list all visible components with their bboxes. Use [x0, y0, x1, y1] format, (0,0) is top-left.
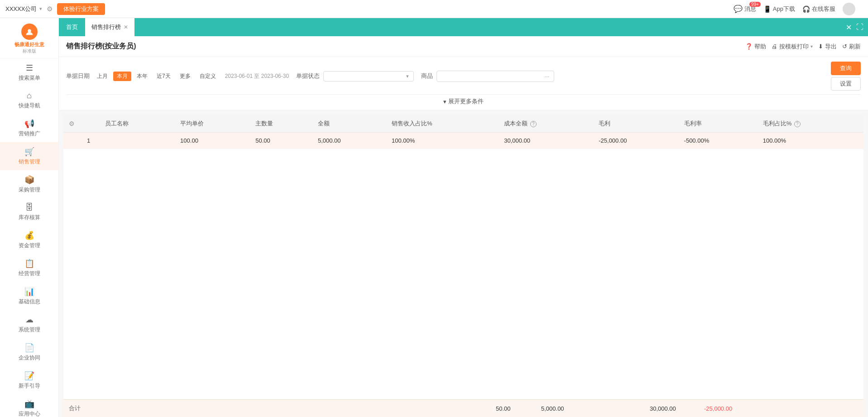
app-download-button[interactable]: 📱 App下载 [763, 5, 795, 13]
trial-button[interactable]: 体验行业方案 [57, 3, 105, 15]
footer-profit: -25,000.00 [704, 405, 749, 412]
tab-sales-ranking[interactable]: 销售排行榜 ✕ [85, 18, 134, 36]
main-area: 首页 销售排行榜 ✕ ✕ ⛶ 销售排行榜(按业务员) ❓ 帮助 [59, 18, 868, 417]
goods-more-icon[interactable]: ··· [544, 73, 549, 80]
col-rank [82, 115, 100, 133]
window-expand-icon[interactable]: ⛶ [856, 23, 863, 31]
sidebar-item-search-orders[interactable]: ☰ 搜索菜单 [0, 58, 58, 86]
sidebar-nav: ☰ 搜索菜单 ⌂ 快捷导航 📢 营销推广 🛒 销售管理 📦 采购管理 🗄 库 [0, 58, 58, 417]
cell-employee [100, 133, 175, 149]
query-button[interactable]: 查询 [831, 62, 861, 75]
company-chevron: ▾ [39, 6, 42, 12]
sidebar-item-basic-info[interactable]: 📊 基础信息 [0, 282, 58, 310]
sidebar-item-operations[interactable]: 📋 经营管理 [0, 254, 58, 282]
sidebar-item-marketing[interactable]: 📢 营销推广 [0, 114, 58, 142]
sidebar-label-guide: 新手引导 [19, 382, 40, 390]
refresh-icon: ↺ [842, 43, 847, 50]
sidebar: 畅康通好生意 标准版 ☰ 搜索菜单 ⌂ 快捷导航 📢 营销推广 🛒 销售管理 📦 [0, 18, 59, 417]
sidebar-item-purchase[interactable]: 📦 采购管理 [0, 170, 58, 198]
date-tab-this-month[interactable]: 本月 [113, 72, 131, 81]
sidebar-label-inventory: 库存核算 [19, 214, 40, 221]
cell-profit: -25,000.00 [593, 133, 678, 149]
status-select[interactable]: ▾ [323, 71, 414, 81]
sidebar-item-finance[interactable]: 💰 资金管理 [0, 226, 58, 254]
footer-label: 合计 [69, 404, 81, 412]
sidebar-item-inventory[interactable]: 🗄 库存核算 [0, 198, 58, 226]
sidebar-item-enterprise-collab[interactable]: 📄 企业协同 [0, 338, 58, 366]
print-label: 按模板打印 [779, 43, 809, 51]
window-close-icon[interactable]: ✕ [846, 23, 852, 32]
date-tab-this-year[interactable]: 本年 [133, 72, 151, 81]
company-selector[interactable]: XXXXX公司 ▾ [5, 5, 42, 13]
tab-close-icon[interactable]: ✕ [124, 24, 128, 30]
search-menu-icon: ☰ [26, 63, 33, 73]
phone-icon: 📱 [763, 5, 771, 13]
message-button[interactable]: 💬 消息 99+ [734, 5, 756, 13]
goods-input[interactable]: ··· [436, 71, 554, 82]
filter-settings-button[interactable]: 设置 [831, 77, 861, 91]
inventory-icon: 🗄 [25, 203, 34, 212]
table-area: ⚙ 员工名称 平均单价 主数量 全额 销售收入占比% 成本全额 ? 毛利 毛利率 [63, 115, 863, 417]
online-service-button[interactable]: 🎧 在线客服 [802, 5, 835, 13]
basic-info-icon: 📊 [24, 287, 34, 297]
operations-icon: 📋 [24, 259, 34, 268]
help-button[interactable]: ❓ 帮助 [745, 43, 766, 51]
refresh-button[interactable]: ↺ 刷新 [842, 43, 861, 51]
date-tab-more[interactable]: 更多 [176, 72, 194, 81]
sidebar-item-app-center[interactable]: 📺 应用中心 [0, 394, 58, 417]
cell-rank: 1 [82, 133, 100, 149]
service-label: 在线客服 [812, 5, 835, 13]
logo-text: 畅康通好生意 [14, 41, 44, 48]
collab-icon: 📄 [24, 343, 34, 353]
date-tab-last7days[interactable]: 近7天 [153, 72, 174, 81]
sidebar-label-operations: 经营管理 [19, 270, 40, 278]
expand-more-button[interactable]: ▾ 展开更多条件 [66, 94, 861, 105]
cell-avg-price: 100.00 [175, 133, 250, 149]
sidebar-item-system[interactable]: ☁ 系统管理 [0, 310, 58, 338]
top-bar-right: 💬 消息 99+ 📱 App下载 🎧 在线客服 [734, 3, 863, 15]
sidebar-item-guide[interactable]: 📝 新手引导 [0, 366, 58, 394]
date-tab-last-month[interactable]: 上月 [93, 72, 111, 81]
sidebar-label-basic-info: 基础信息 [19, 298, 40, 306]
tab-home[interactable]: 首页 [59, 18, 85, 36]
col-sales-pct: 销售收入占比% [386, 115, 499, 133]
sidebar-label-purchase: 采购管理 [19, 186, 40, 194]
footer-amount: 5,000.00 [541, 405, 586, 412]
table-row: 1 100.00 50.00 5,000.00 100.00% 30,000.0… [63, 133, 863, 149]
status-label: 单据状态 [296, 72, 320, 80]
col-qty: 主数量 [250, 115, 312, 133]
tab-bar-right: ✕ ⛶ [846, 23, 868, 32]
export-button[interactable]: ⬇ 导出 [818, 43, 837, 51]
filter-right-buttons: 查询 设置 [831, 62, 861, 91]
profit-pct-info-icon[interactable]: ? [794, 121, 801, 127]
app-center-icon: 📺 [24, 399, 34, 409]
date-tabs: 上月 本月 本年 近7天 更多 自定义 [93, 72, 220, 81]
col-profit: 毛利 [593, 115, 678, 133]
footer-cost: 30,000.00 [650, 405, 695, 412]
finance-icon: 💰 [24, 230, 34, 240]
sales-icon: 🛒 [24, 147, 34, 157]
settings-gear-icon[interactable]: ⚙ [47, 5, 53, 13]
table-settings-icon[interactable]: ⚙ [69, 120, 75, 127]
date-filter-group: 单据日期 上月 本月 本年 近7天 更多 自定义 2023-06-01 至 20… [66, 72, 289, 81]
avatar[interactable] [843, 3, 855, 15]
sidebar-label-collab: 企业协同 [19, 354, 40, 362]
print-icon: 🖨 [772, 43, 777, 50]
print-button[interactable]: 🖨 按模板打印 ▾ [772, 43, 813, 51]
page-title: 销售排行榜(按业务员) [66, 42, 136, 51]
sidebar-item-sales[interactable]: 🛒 销售管理 [0, 142, 58, 170]
col-settings[interactable]: ⚙ [63, 115, 82, 133]
cost-info-icon[interactable]: ? [530, 121, 537, 127]
date-tab-custom[interactable]: 自定义 [196, 72, 220, 81]
cell-settings [63, 133, 82, 149]
refresh-label: 刷新 [849, 43, 861, 51]
col-profit-pct: 毛利占比% ? [758, 115, 863, 133]
col-profit-rate: 毛利率 [679, 115, 758, 133]
purchase-icon: 📦 [24, 175, 34, 185]
tab-sales-ranking-label: 销售排行榜 [91, 23, 121, 31]
page-header: 销售排行榜(按业务员) ❓ 帮助 🖨 按模板打印 ▾ ⬇ 导出 [59, 36, 868, 57]
print-chevron-icon: ▾ [810, 44, 813, 49]
footer-qty: 50.00 [496, 405, 532, 412]
col-amount: 全额 [312, 115, 386, 133]
sidebar-item-quick-nav[interactable]: ⌂ 快捷导航 [0, 86, 58, 114]
